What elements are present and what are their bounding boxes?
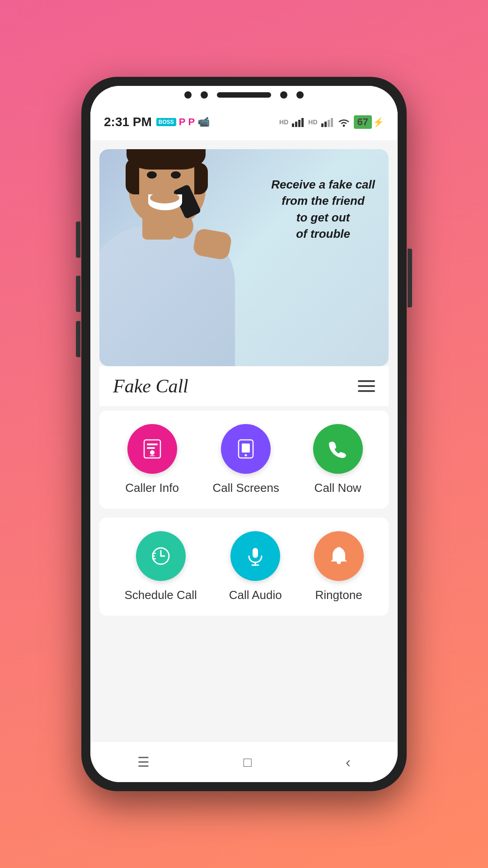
svg-rect-5 [324,122,327,127]
bottom-nav: ☰ □ ‹ [90,741,398,782]
svg-point-8 [343,125,345,127]
svg-rect-6 [328,120,330,127]
wifi-icon [338,117,350,127]
camera-notch [90,86,398,104]
hero-line2: from the friend [271,193,375,209]
call-audio-button[interactable] [230,531,280,581]
hamburger-line-2 [358,385,375,387]
svg-point-15 [245,454,247,457]
svg-point-12 [150,450,155,455]
camera-dot-right2 [296,91,304,99]
status-right: HD HD [279,115,384,129]
hero-line4: of trouble [271,226,375,242]
svg-rect-7 [331,118,333,127]
schedule-call-item[interactable]: Schedule Call [124,531,197,602]
call-screens-item[interactable]: Call Screens [213,424,279,495]
battery: 67 ⚡ [354,115,384,129]
hero-line3: to get out [271,209,375,226]
schedule-call-icon [149,544,173,568]
svg-rect-2 [298,120,300,127]
call-screens-label: Call Screens [213,481,279,495]
camera-icon: 📹 [197,116,210,128]
hd-badge-2: HD [308,118,317,126]
phone-screen: 2:31 PM BOSS P P 📹 HD HD [90,86,398,782]
call-audio-item[interactable]: Call Audio [229,531,282,602]
call-now-item[interactable]: Call Now [313,424,363,495]
status-icons: BOSS P P 📹 [156,116,210,128]
call-audio-icon [244,544,267,568]
charging-icon: ⚡ [373,117,384,127]
ringtone-item[interactable]: Ringtone [314,531,364,602]
camera-dot-center [201,91,208,99]
svg-rect-3 [301,118,304,127]
caller-info-button[interactable] [127,424,177,474]
camera-dot-left [184,91,192,99]
signal-icon-1 [292,117,305,127]
speaker-bar [217,92,271,98]
ringtone-label: Ringtone [315,588,362,602]
hero-image: Receive a fake call from the friend to g… [99,149,389,366]
p-icon-2: P [188,116,195,128]
status-left: 2:31 PM BOSS P P 📹 [104,115,210,129]
call-now-button[interactable] [313,424,363,474]
boss-badge: BOSS [156,118,176,126]
app-content: Receive a fake call from the friend to g… [90,140,398,741]
svg-rect-14 [242,443,250,453]
call-screens-button[interactable] [221,424,271,474]
caller-info-item[interactable]: Caller Info [125,424,179,495]
nav-menu-icon[interactable]: ☰ [137,754,150,770]
status-time: 2:31 PM [104,115,152,129]
nav-back-icon[interactable]: ‹ [346,753,351,771]
hd-badge-1: HD [279,118,288,126]
svg-rect-17 [253,548,258,558]
p-icon-1: P [179,116,186,128]
hero-line1: Receive a fake call [271,176,375,193]
call-now-icon [326,437,350,461]
phone-frame: 2:31 PM BOSS P P 📹 HD HD [81,77,407,791]
button-grid-2: Schedule Call Call Audio [99,518,389,616]
call-audio-label: Call Audio [229,588,282,602]
svg-rect-10 [147,443,158,445]
caller-info-label: Caller Info [125,481,179,495]
schedule-call-label: Schedule Call [124,588,197,602]
call-screens-icon [234,437,258,461]
ringtone-button[interactable] [314,531,364,581]
svg-rect-11 [147,447,155,449]
hamburger-line-3 [358,390,375,392]
caller-info-icon [141,437,164,461]
hamburger-menu[interactable] [358,380,375,392]
button-grid-1: Caller Info Call Screens [99,410,389,509]
hamburger-line-1 [358,380,375,382]
app-header: Fake Call [99,366,389,406]
ringtone-icon [327,544,351,568]
svg-rect-1 [295,122,297,127]
camera-dot-right1 [280,91,287,99]
signal-icon-2 [321,117,334,127]
call-now-label: Call Now [314,481,361,495]
schedule-call-button[interactable] [136,531,186,581]
nav-home-icon[interactable]: □ [244,755,252,770]
status-bar: 2:31 PM BOSS P P 📹 HD HD [90,104,398,140]
svg-rect-0 [292,123,294,127]
svg-rect-4 [321,123,324,127]
hero-text: Receive a fake call from the friend to g… [271,176,375,242]
app-title: Fake Call [113,375,188,397]
battery-level: 67 [354,115,372,129]
